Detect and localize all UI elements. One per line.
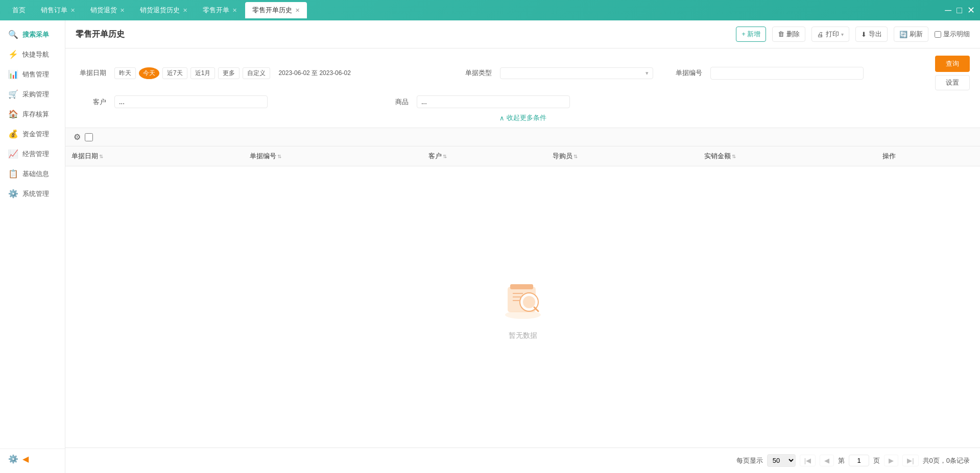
date-btn-近1月[interactable]: 近1月 xyxy=(190,67,216,79)
sidebar-items: 🔍搜索采单⚡快捷导航📊销售管理🛒采购管理🏠库存核算💰资金管理📈经营管理📋基础信息… xyxy=(0,24,65,204)
table-head: 单据日期⇅单据编号⇅客户⇅导购员⇅实销金额⇅操作 xyxy=(65,146,980,166)
tab-retail-open-history[interactable]: 零售开单历史✕ xyxy=(245,2,307,18)
last-page-button[interactable]: ▶| xyxy=(902,455,918,466)
window-close-icon[interactable]: ✕ xyxy=(967,5,975,16)
display-detail-toggle[interactable]: 显示明细 xyxy=(935,30,970,39)
sidebar-icon-operation: 📈 xyxy=(8,149,18,159)
date-range: 2023-06-02 至 2023-06-02 xyxy=(278,69,350,78)
col-label-customer: 客户 xyxy=(428,152,442,160)
svg-point-4 xyxy=(523,296,535,308)
tab-close-sales-order[interactable]: ✕ xyxy=(70,7,75,14)
sidebar-item-inventory[interactable]: 🏠库存核算 xyxy=(0,104,65,124)
sidebar-item-search[interactable]: 🔍搜索采单 xyxy=(0,24,65,44)
tab-home[interactable]: 首页 xyxy=(5,2,33,18)
tab-close-retail-open-history[interactable]: ✕ xyxy=(295,7,300,14)
tab-sales-order[interactable]: 销售订单✕ xyxy=(34,2,82,18)
col-header-no[interactable]: 单据编号⇅ xyxy=(244,146,422,166)
col-label-salesperson: 导购员 xyxy=(553,152,572,160)
product-value: ... xyxy=(421,98,427,106)
table-toolbar: ⚙ xyxy=(65,128,980,146)
date-btn-更多[interactable]: 更多 xyxy=(218,67,240,79)
filter-settings-button[interactable]: 设置 xyxy=(935,75,970,90)
next-page-button[interactable]: ▶ xyxy=(884,455,898,466)
col-header-amount[interactable]: 实销金额⇅ xyxy=(698,146,876,166)
settings-icon[interactable]: ⚙️ xyxy=(8,454,18,464)
total-info: 共0页，0条记录 xyxy=(923,456,970,465)
customer-select[interactable]: ... xyxy=(114,95,268,108)
export-icon: ⬇ xyxy=(861,31,867,38)
product-select[interactable]: ... xyxy=(417,95,570,108)
tab-label-sales-return: 销货退货 xyxy=(90,6,117,15)
sort-icon-no: ⇅ xyxy=(277,154,281,159)
date-btn-自定义[interactable]: 自定义 xyxy=(243,67,270,79)
sidebar-label-finance: 资金管理 xyxy=(22,130,49,139)
sidebar-item-system[interactable]: ⚙️系统管理 xyxy=(0,184,65,204)
tab-close-retail-open[interactable]: ✕ xyxy=(232,7,237,14)
empty-state: 暂无数据 xyxy=(65,166,980,447)
toolbar: + 新增 🗑 删除 🖨 🖨 打印 打印 ▾ ⬇ 导出 🔄 刷新 xyxy=(736,27,970,42)
window-min-icon[interactable]: ─ xyxy=(945,5,951,16)
filter-row-2: 客户 ... 商品 ... xyxy=(76,95,970,108)
sidebar-item-basic[interactable]: 📋基础信息 xyxy=(0,164,65,184)
sidebar-icon-quick-nav: ⚡ xyxy=(8,49,18,59)
tab-close-sales-return[interactable]: ✕ xyxy=(120,7,125,14)
sidebar-item-operation[interactable]: 📈经营管理 xyxy=(0,144,65,164)
collapse-bar[interactable]: ∧ 收起更多条件 xyxy=(76,113,970,122)
prev-page-button[interactable]: ◀ xyxy=(820,455,834,466)
sidebar-icon-sales: 📊 xyxy=(8,69,18,79)
doc-type-select[interactable]: ▾ xyxy=(500,67,653,79)
sidebar-item-purchase[interactable]: 🛒采购管理 xyxy=(0,84,65,104)
tab-retail-open[interactable]: 零售开单✕ xyxy=(196,2,244,18)
sidebar: 🔍搜索采单⚡快捷导航📊销售管理🛒采购管理🏠库存核算💰资金管理📈经营管理📋基础信息… xyxy=(0,20,65,473)
sidebar-label-operation: 经营管理 xyxy=(22,150,49,159)
add-button[interactable]: + 新增 xyxy=(736,27,766,42)
tab-sales-return-history[interactable]: 销货退货历史✕ xyxy=(133,2,195,18)
collapse-icon[interactable]: ◀ xyxy=(22,454,29,464)
col-header-salesperson[interactable]: 导购员⇅ xyxy=(546,146,698,166)
date-label: 单据日期 xyxy=(76,68,106,78)
doc-type-label: 单据类型 xyxy=(461,68,492,78)
pagination: 每页显示 50 20 100 |◀ ◀ 第 页 ▶ ▶| 共0页，0条记录 xyxy=(65,447,980,473)
page-header: 零售开单历史 + 新增 🗑 删除 🖨 🖨 打印 打印 ▾ ⬇ 导出 🔄 刷新 xyxy=(65,20,980,48)
date-btn-今天[interactable]: 今天 xyxy=(139,67,159,79)
date-btn-昨天[interactable]: 昨天 xyxy=(114,67,136,79)
col-header-customer[interactable]: 客户⇅ xyxy=(422,146,547,166)
sidebar-icon-system: ⚙️ xyxy=(8,189,18,198)
col-label-amount: 实销金额 xyxy=(704,152,731,160)
tab-label-sales-return-history: 销货退货历史 xyxy=(140,6,180,15)
select-all-checkbox[interactable] xyxy=(85,133,93,141)
page-number-input[interactable] xyxy=(849,455,869,466)
empty-illustration xyxy=(497,274,548,325)
collapse-label: 收起更多条件 xyxy=(507,113,546,122)
page-suffix-label: 页 xyxy=(873,456,880,465)
delete-button[interactable]: 🗑 删除 xyxy=(772,27,805,42)
sidebar-item-finance[interactable]: 💰资金管理 xyxy=(0,124,65,144)
sort-icon-salesperson: ⇅ xyxy=(573,154,578,159)
sidebar-icon-purchase: 🛒 xyxy=(8,89,18,99)
col-header-date[interactable]: 单据日期⇅ xyxy=(65,146,244,166)
sidebar-label-basic: 基础信息 xyxy=(22,169,49,179)
date-btn-近7天[interactable]: 近7天 xyxy=(162,67,187,79)
sidebar-icon-search: 🔍 xyxy=(8,30,18,39)
print-icon: 🖨 xyxy=(817,31,824,38)
sidebar-item-quick-nav[interactable]: ⚡快捷导航 xyxy=(0,44,65,64)
doc-no-input[interactable] xyxy=(710,67,864,80)
sidebar-label-search: 搜索采单 xyxy=(22,30,49,39)
print-button[interactable]: 🖨 🖨 打印 打印 ▾ xyxy=(811,27,849,42)
export-button[interactable]: ⬇ 导出 xyxy=(855,27,888,42)
tab-close-sales-return-history[interactable]: ✕ xyxy=(183,7,187,14)
sort-icon-customer: ⇅ xyxy=(443,154,447,159)
refresh-button[interactable]: 🔄 刷新 xyxy=(894,27,928,42)
col-header-actions: 操作 xyxy=(876,146,980,166)
first-page-button[interactable]: |◀ xyxy=(800,455,816,466)
table-header-row: 单据日期⇅单据编号⇅客户⇅导购员⇅实销金额⇅操作 xyxy=(65,146,980,166)
sidebar-item-sales[interactable]: 📊销售管理 xyxy=(0,64,65,84)
window-max-icon[interactable]: □ xyxy=(957,5,962,16)
tab-sales-return[interactable]: 销货退货✕ xyxy=(83,2,132,18)
tab-label-retail-open-history: 零售开单历史 xyxy=(252,6,292,15)
table-settings-icon[interactable]: ⚙ xyxy=(74,132,81,142)
query-button[interactable]: 查询 xyxy=(935,56,970,72)
page-size-select[interactable]: 50 20 100 xyxy=(767,454,796,467)
display-detail-checkbox[interactable] xyxy=(935,31,941,38)
table-area: ⚙ 单据日期⇅单据编号⇅客户⇅导购员⇅实销金额⇅操作 xyxy=(65,128,980,447)
